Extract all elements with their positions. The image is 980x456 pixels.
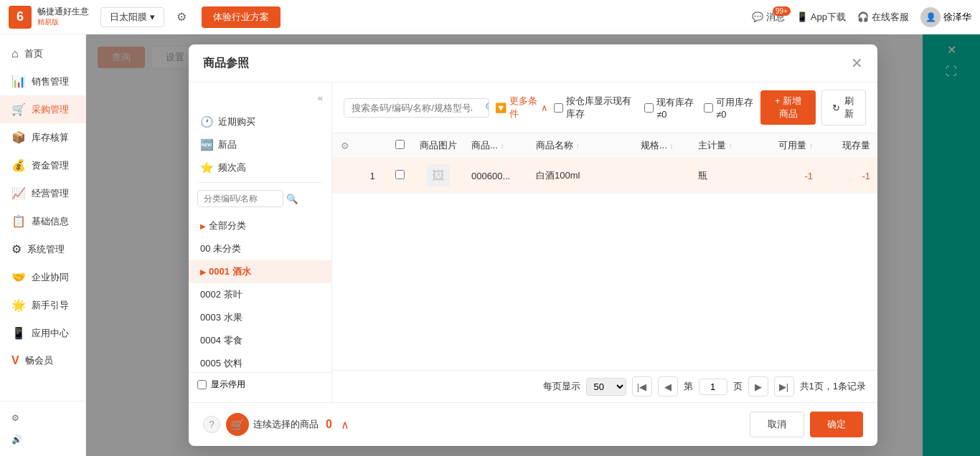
filter-checkboxes: 按仓库显示现有库存 现有库存≠0 可用库存≠0 xyxy=(554,95,755,120)
cat-item-0001[interactable]: ▶ 0001 酒水 xyxy=(189,260,331,283)
cat-item-0003[interactable]: 0003 水果 xyxy=(189,306,331,329)
sidebar: ⌂ 首页 📊 销售管理 🛒 采购管理 📦 库存核算 💰 资金管理 📈 经营管理 … xyxy=(0,34,86,456)
filter-check1-label[interactable]: 按仓库显示现有库存 xyxy=(554,95,636,120)
page-input[interactable] xyxy=(699,379,727,395)
headset-icon: 🎧 xyxy=(857,11,869,22)
sidebar-item-purchase[interactable]: 🛒 采购管理 xyxy=(0,95,85,123)
quick-select-recent[interactable]: 🕐 近期购买 xyxy=(189,110,331,133)
prev-page-button[interactable]: ◀ xyxy=(658,376,678,396)
table-row[interactable]: 1 🖼 xyxy=(332,158,877,194)
settings-bottom-icon: ⚙ xyxy=(11,413,19,423)
sidebar-item-basic-info[interactable]: 📋 基础信息 xyxy=(0,207,85,235)
chevron-up-icon: ∧ xyxy=(541,103,548,113)
filter-check2[interactable] xyxy=(644,103,654,113)
product-table-container: ⚙ 商品图片 xyxy=(332,133,877,370)
modal-dialog: 商品参照 ✕ « 🕐 近期购买 xyxy=(189,44,877,446)
row-check[interactable] xyxy=(387,158,413,194)
sidebar-item-inventory[interactable]: 📦 库存核算 xyxy=(0,123,85,151)
sidebar-bottom-volume[interactable]: 🔊 xyxy=(0,429,85,450)
sidebar-item-business[interactable]: 📈 经营管理 xyxy=(0,179,85,207)
col-spec[interactable]: 规格... xyxy=(633,133,691,158)
col-name[interactable]: 商品名称 xyxy=(529,133,633,158)
trial-button[interactable]: 体验行业方案 xyxy=(202,6,281,28)
product-search-input[interactable] xyxy=(344,99,479,117)
col-code[interactable]: 商品... xyxy=(464,133,529,158)
quick-select-frequent[interactable]: ⭐ 频次高 xyxy=(189,156,331,179)
category-search-input[interactable] xyxy=(197,190,283,207)
add-product-button[interactable]: + 新增商品 xyxy=(760,90,816,125)
message-button[interactable]: 💬 消息 99+ xyxy=(752,11,785,24)
collapse-left-button[interactable]: « xyxy=(318,92,323,103)
row-spec xyxy=(633,158,691,194)
user-avatar-area[interactable]: 👤 徐泽华 xyxy=(920,7,971,27)
filter-check3[interactable] xyxy=(704,103,713,113)
modal-footer: ? 🛒 连续选择的商品 0 ∧ 取消 确定 xyxy=(189,402,877,446)
business-icon: 📈 xyxy=(11,186,26,200)
sidebar-item-guide[interactable]: 🌟 新手引导 xyxy=(0,291,85,319)
row-checkbox[interactable] xyxy=(395,170,405,179)
first-page-button[interactable]: |◀ xyxy=(632,376,652,396)
sidebar-bottom: ⚙ 🔊 xyxy=(0,401,85,456)
cancel-button[interactable]: 取消 xyxy=(750,412,804,437)
filter-check1[interactable] xyxy=(554,103,563,113)
filter-check3-label[interactable]: 可用库存≠0 xyxy=(704,96,755,120)
mobile-icon: 📱 xyxy=(796,11,808,22)
category-search-button[interactable]: 🔍 xyxy=(286,194,298,204)
col-unit[interactable]: 主计量 xyxy=(691,133,748,158)
left-panel-header: « xyxy=(189,88,331,108)
next-page-button[interactable]: ▶ xyxy=(748,376,768,396)
modal-body: « 🕐 近期购买 🆕 新品 ⭐ 频次高 xyxy=(189,82,877,402)
cat-item-all[interactable]: ▶ 全部分类 xyxy=(189,214,331,237)
app-download-button[interactable]: 📱 App下载 xyxy=(796,11,846,24)
sidebar-item-enterprise[interactable]: 🤝 企业协同 xyxy=(0,263,85,291)
total-info: 共1页，1条记录 xyxy=(800,380,866,393)
logo-area: 6 畅捷通好生意 精易版 xyxy=(9,6,95,29)
nav-selector[interactable]: 日太阳膜 ▾ xyxy=(100,7,164,27)
modal-close-button[interactable]: ✕ xyxy=(851,54,863,72)
logo-sub: 精易版 xyxy=(37,17,89,27)
last-page-button[interactable]: ▶| xyxy=(774,376,794,396)
sidebar-item-home[interactable]: ⌂ 首页 xyxy=(0,40,85,67)
vip-icon: V xyxy=(11,354,19,367)
show-disabled-checkbox[interactable] xyxy=(197,380,207,389)
top-navigation: 6 畅捷通好生意 精易版 日太阳膜 ▾ ⚙ 体验行业方案 💬 消息 99+ 📱 … xyxy=(0,0,980,34)
help-button[interactable]: ? xyxy=(203,416,220,433)
filter-search-box: 🔍 xyxy=(344,98,489,118)
confirm-button[interactable]: 确定 xyxy=(810,412,863,437)
online-service-button[interactable]: 🎧 在线客服 xyxy=(857,11,909,24)
footer-collapse-button[interactable]: ∧ xyxy=(341,418,349,432)
filter-more-button[interactable]: 🔽 更多条件 ∧ xyxy=(495,95,548,120)
filter-check2-label[interactable]: 现有库存≠0 xyxy=(644,96,695,120)
filter-actions: + 新增商品 ↻ 刷新 xyxy=(760,90,866,125)
sidebar-item-system[interactable]: ⚙ 系统管理 xyxy=(0,235,85,263)
cat-item-0004[interactable]: 0004 零食 xyxy=(189,329,331,352)
product-table: ⚙ 商品图片 xyxy=(332,133,877,194)
chevron-down-icon: ▾ xyxy=(150,11,155,22)
col-stock: 现存量 xyxy=(820,133,877,158)
cat-item-0002[interactable]: 0002 茶叶 xyxy=(189,283,331,306)
cat-item-00[interactable]: 00 未分类 xyxy=(189,237,331,260)
sidebar-item-vip[interactable]: V 畅会员 xyxy=(0,347,85,374)
settings-button[interactable]: ⚙ xyxy=(170,6,193,29)
sidebar-item-finance[interactable]: 💰 资金管理 xyxy=(0,151,85,179)
message-icon: 💬 xyxy=(752,11,763,22)
cat-item-0005[interactable]: 0005 饮料 xyxy=(189,352,331,372)
col-gear[interactable]: ⚙ xyxy=(332,133,358,158)
nav-right: 💬 消息 99+ 📱 App下载 🎧 在线客服 👤 徐泽华 xyxy=(752,7,971,27)
sidebar-item-apps[interactable]: 📱 应用中心 xyxy=(0,319,85,347)
quick-select-new[interactable]: 🆕 新品 xyxy=(189,133,331,156)
refresh-icon: ↻ xyxy=(832,103,840,113)
refresh-product-button[interactable]: ↻ 刷新 xyxy=(821,90,866,125)
sidebar-item-sales[interactable]: 📊 销售管理 xyxy=(0,67,85,95)
filter-bar: 🔍 🔽 更多条件 ∧ 按仓库显示现有库存 xyxy=(332,82,877,133)
select-all-checkbox[interactable] xyxy=(395,140,405,149)
sidebar-bottom-settings[interactable]: ⚙ xyxy=(0,407,85,429)
divider xyxy=(197,182,323,183)
product-search-button[interactable]: 🔍 xyxy=(479,103,489,113)
sales-icon: 📊 xyxy=(11,75,26,88)
show-disabled-label[interactable]: 显示停用 xyxy=(211,379,245,391)
col-avail[interactable]: 可用量 xyxy=(748,133,820,158)
page-size-select[interactable]: 50 100 200 xyxy=(586,378,626,396)
cart-area[interactable]: 🛒 连续选择的商品 0 xyxy=(226,413,335,436)
purchase-icon: 🛒 xyxy=(11,103,26,116)
